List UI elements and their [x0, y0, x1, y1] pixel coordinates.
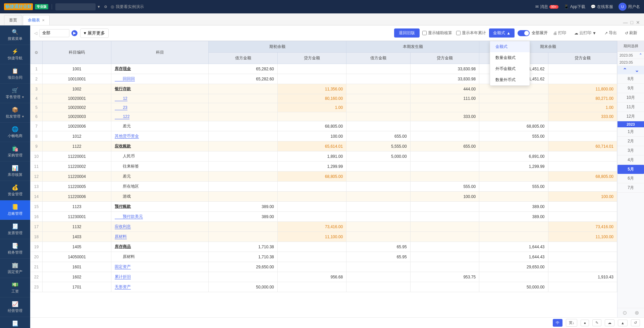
sidebar-item-quicknav[interactable]: ⚡ 快捷导航: [0, 45, 30, 64]
bottom-dot-btn[interactable]: ●: [581, 320, 589, 326]
row-name[interactable]: 23: [111, 103, 209, 112]
row-name[interactable]: 122: [111, 112, 209, 121]
cloud-print-btn[interactable]: ☁ 云打印 ▼: [572, 29, 599, 37]
expand-more-btn[interactable]: ▾ 展开更多: [80, 28, 109, 38]
tab-close-window-btn[interactable]: ✕: [636, 20, 640, 25]
period-start-row: 2023.05 ⌃: [618, 52, 644, 59]
row-code: 1602: [43, 272, 111, 282]
period-list-item[interactable]: 5月: [618, 165, 644, 174]
row-name[interactable]: 应收利息: [111, 222, 209, 232]
period-list-item[interactable]: 4月: [618, 155, 644, 165]
tab-close-btn[interactable]: ✕: [42, 18, 45, 22]
dropdown-item-amount[interactable]: 金额式: [490, 41, 530, 52]
mode-btn[interactable]: 金额式 ▲: [489, 28, 515, 38]
period-list-item[interactable]: 8月: [618, 74, 644, 84]
toggle-control[interactable]: [518, 30, 530, 36]
row-name[interactable]: 12: [111, 94, 209, 103]
period-list-item[interactable]: 7月: [618, 183, 644, 193]
show-subsidiary-check[interactable]: 显示辅助核算: [422, 30, 452, 36]
dropdown-arrow[interactable]: ▼: [97, 5, 101, 9]
print-btn[interactable]: 🖨 打印: [550, 29, 569, 37]
period-list-item[interactable]: 2月: [618, 137, 644, 146]
subsidiary-checkbox[interactable]: [422, 31, 427, 35]
show-ytd-check[interactable]: 显示本年累计: [456, 30, 486, 36]
sidebar-item-tax[interactable]: 📑 税务管理: [0, 239, 30, 259]
dropdown-item-qty-foreign[interactable]: 数量外币式: [490, 74, 530, 85]
demo-link[interactable]: ◎ 我要看实例演示: [111, 4, 144, 10]
operations-icon: 📈: [2, 301, 28, 307]
search-right-arrow[interactable]: ▶: [71, 30, 77, 36]
period-list-item[interactable]: 1月: [618, 127, 644, 137]
app-download-btn[interactable]: 📱 App下载: [564, 4, 585, 10]
period-bottom-down[interactable]: ⊗: [635, 310, 639, 316]
export-btn[interactable]: ↗ 导出: [602, 29, 620, 37]
search-left-arrow[interactable]: ◁: [34, 31, 37, 36]
sidebar-item-search[interactable]: 🔍 搜索菜单: [0, 25, 30, 45]
period-list-item[interactable]: 9月: [618, 84, 644, 93]
row-ob-debit: 1,710.38: [209, 252, 277, 262]
ytd-checkbox[interactable]: [456, 31, 461, 35]
period-list-item[interactable]: 11月: [618, 103, 644, 112]
app-logo: 畅捷通好业财 专业版: [4, 3, 48, 10]
online-service-btn[interactable]: 💬 在线客服: [591, 4, 613, 10]
row-name[interactable]: 回回回: [111, 74, 209, 84]
sidebar-item-wholesale[interactable]: 📦 批发管理 ▼: [0, 103, 30, 123]
col-settings[interactable]: ⚙: [31, 41, 43, 64]
sidebar-item-purchase[interactable]: 🛍️ 采购管理: [0, 142, 30, 161]
sidebar-item-invoice[interactable]: 🧾 发票管理: [0, 220, 30, 239]
period-list-item[interactable]: 12月: [618, 112, 644, 121]
bottom-refresh-btn[interactable]: ↺: [631, 319, 640, 326]
row-ob-debit: [209, 112, 277, 121]
period-list-item[interactable]: 2023: [618, 121, 644, 127]
account-search-input[interactable]: [39, 29, 69, 37]
sidebar-item-assets[interactable]: 🏢 固定资产: [0, 259, 30, 278]
tab-home[interactable]: 首页: [4, 15, 22, 25]
row-cb-credit: 60,714.01: [548, 141, 617, 151]
tab-minimize-btn[interactable]: —: [623, 20, 628, 25]
back-old-btn[interactable]: 退回旧版: [394, 28, 420, 38]
table-settings-icon[interactable]: ⚙: [35, 50, 38, 55]
row-name[interactable]: 其他货币资金: [111, 131, 209, 141]
bottom-chinese-btn[interactable]: 中: [553, 319, 562, 327]
sidebar-item-contract[interactable]: 📋 项目合同: [0, 64, 30, 84]
sidebar-item-reports[interactable]: 📃 小畅报销: [0, 317, 30, 328]
user-avatar[interactable]: U 用户名: [619, 3, 640, 11]
sidebar-item-operations[interactable]: 📈 经营管理: [0, 298, 30, 317]
row-name[interactable]: 原材料: [111, 232, 209, 242]
row-name[interactable]: 固定资产: [111, 262, 209, 272]
settings-gear[interactable]: ⚙: [104, 5, 107, 9]
message-btn[interactable]: ✉ 消息 99+: [535, 4, 558, 10]
dropdown-item-foreign-amount[interactable]: 外币金额式: [490, 63, 530, 74]
row-name[interactable]: 预付款美元: [111, 212, 209, 222]
row-code: 11220005: [43, 182, 111, 192]
bottom-up-btn[interactable]: ▲: [618, 320, 628, 326]
bottom-english-btn[interactable]: 英↓: [566, 319, 578, 327]
refresh-btn[interactable]: ↺ 刷新: [622, 29, 640, 37]
salary-icon: 💵: [2, 281, 28, 288]
tab-balance-sheet[interactable]: 余额表 ✕: [23, 15, 50, 25]
sidebar-item-inventory[interactable]: 📊 库存核算: [0, 161, 30, 181]
expand-all-toggle[interactable]: 全部展开: [518, 30, 548, 36]
row-cb-debit: 389.00: [479, 212, 548, 222]
period-list-item[interactable]: 10月: [618, 93, 644, 103]
period-list-item[interactable]: 6月: [618, 174, 644, 183]
period-bottom-up[interactable]: ⊙: [623, 310, 627, 316]
bottom-cloud-btn[interactable]: ☁: [605, 319, 614, 326]
sidebar-item-salary[interactable]: 💵 工资: [0, 278, 30, 298]
dropdown-item-qty-amount[interactable]: 数量金额式: [490, 52, 530, 63]
period-down-nav[interactable]: ⌄: [635, 67, 639, 73]
sidebar-item-retail[interactable]: 🛒 零售管理 ▼: [0, 84, 30, 103]
period-list-item[interactable]: 3月: [618, 146, 644, 155]
row-name[interactable]: 累计折旧: [111, 272, 209, 282]
row-cb-debit: 68,805.00: [479, 121, 548, 131]
period-up-arrow[interactable]: ⌃: [639, 53, 642, 57]
tab-maximize-btn[interactable]: □: [631, 20, 633, 25]
table-row: 6 10020003 122 333.00 333.00: [31, 112, 617, 121]
sidebar-item-finance[interactable]: 💰 资金管理: [0, 181, 30, 200]
sidebar-item-accounting[interactable]: 📒 总账管理: [0, 200, 30, 220]
row-ob-debit: 50,000.00: [209, 282, 277, 292]
period-up-nav[interactable]: ⌃: [623, 67, 627, 73]
sidebar-item-ecommerce[interactable]: 🌐 小畅电商: [0, 123, 30, 142]
bottom-edit-btn[interactable]: ✎: [592, 319, 601, 326]
row-name[interactable]: 无形资产: [111, 282, 209, 292]
